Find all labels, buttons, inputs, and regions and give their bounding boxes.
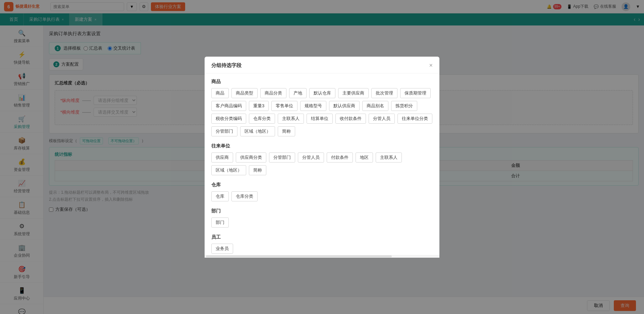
field-chips-counterparty: 供应商 供应商分类 分管部门 分管人员 付款条件 地区 主联系人 区域（地区） … (211, 152, 433, 175)
modal-title: 分组待选字段 (211, 62, 241, 69)
field-chip-default-warehouse[interactable]: 默认仓库 (309, 88, 335, 98)
field-chip-batch-mgmt[interactable]: 批次管理 (371, 88, 397, 98)
field-chip-region[interactable]: 区域（地区） (240, 126, 275, 136)
modal-scrollbar[interactable] (205, 255, 439, 258)
field-chips-department: 部门 (211, 217, 433, 228)
field-chips-employee: 业务员 (211, 244, 433, 254)
field-chips-goods: 商品 商品类型 商品分类 产地 默认仓库 主要供应商 批次管理 保质期管理 客户… (211, 88, 433, 136)
field-chips-warehouse: 仓库 仓库分类 (211, 191, 433, 201)
field-group-department-title: 部门 (211, 208, 433, 214)
modal-header: 分组待选字段 × (205, 57, 439, 73)
field-chip-cp-abbr[interactable]: 简称 (249, 165, 266, 175)
modal: 分组待选字段 × 商品 商品 商品类型 商品分类 产地 默认仓库 主要供应商 批… (205, 57, 439, 258)
field-chip-warehouse-category[interactable]: 仓库分类 (249, 114, 275, 124)
field-group-goods-title: 商品 (211, 79, 433, 85)
field-chip-warehouse-cat[interactable]: 仓库分类 (231, 191, 258, 201)
field-chip-warehouse[interactable]: 仓库 (211, 191, 229, 201)
modal-body: 商品 商品 商品类型 商品分类 产地 默认仓库 主要供应商 批次管理 保质期管理… (205, 73, 439, 255)
field-chip-manager[interactable]: 分管人员 (369, 114, 395, 124)
modal-close-button[interactable]: × (429, 62, 433, 69)
field-chip-origin[interactable]: 产地 (289, 88, 307, 98)
field-chip-goods-alias[interactable]: 商品别名 (362, 101, 388, 111)
field-chip-retail-unit[interactable]: 零售单位 (271, 101, 298, 111)
field-chip-customer-code[interactable]: 客户商品编码 (211, 101, 246, 111)
field-group-employee: 员工 业务员 (211, 234, 433, 254)
field-chip-cp-region[interactable]: 地区 (356, 152, 373, 163)
field-chip-spec-model[interactable]: 规格型号 (300, 101, 326, 111)
field-group-warehouse-title: 仓库 (211, 182, 433, 188)
field-group-counterparty-title: 往来单位 (211, 143, 433, 149)
field-group-employee-title: 员工 (211, 234, 433, 240)
field-chip-settlement-unit[interactable]: 结算单位 (307, 114, 333, 124)
field-group-warehouse: 仓库 仓库 仓库分类 (211, 182, 433, 201)
field-chip-pick-points[interactable]: 拣货积分 (391, 101, 417, 111)
field-group-department: 部门 部门 (211, 208, 433, 228)
field-chip-department[interactable]: 部门 (211, 217, 229, 228)
field-chip-goods[interactable]: 商品 (211, 88, 229, 98)
field-chip-cp-payment[interactable]: 付款条件 (327, 152, 353, 163)
field-chip-tax-code[interactable]: 税收分类编码 (211, 114, 246, 124)
field-chip-cp-area[interactable]: 区域（地区） (211, 165, 246, 175)
modal-overlay: 分组待选字段 × 商品 商品 商品类型 商品分类 产地 默认仓库 主要供应商 批… (0, 0, 644, 314)
field-chip-abbr[interactable]: 简称 (278, 126, 295, 136)
field-chip-cp-manager[interactable]: 分管人员 (298, 152, 324, 163)
field-chip-shelf-life[interactable]: 保质期管理 (400, 88, 431, 98)
field-chip-main-supplier[interactable]: 主要供应商 (338, 88, 369, 98)
field-group-counterparty: 往来单位 供应商 供应商分类 分管部门 分管人员 付款条件 地区 主联系人 区域… (211, 143, 433, 175)
field-chip-default-supplier[interactable]: 默认供应商 (329, 101, 360, 111)
field-chip-supplier-category[interactable]: 供应商分类 (236, 152, 266, 163)
field-chip-salesperson[interactable]: 业务员 (211, 244, 233, 254)
field-chip-dept[interactable]: 分管部门 (211, 126, 237, 136)
field-chip-payment-terms[interactable]: 收付款条件 (335, 114, 366, 124)
field-chip-cp-contact[interactable]: 主联系人 (376, 152, 402, 163)
field-chip-weight3[interactable]: 重量3 (249, 101, 269, 111)
field-chip-counterparty-category[interactable]: 往来单位分类 (397, 114, 432, 124)
field-group-goods: 商品 商品 商品类型 商品分类 产地 默认仓库 主要供应商 批次管理 保质期管理… (211, 79, 433, 136)
field-chip-goods-category[interactable]: 商品分类 (260, 88, 286, 98)
field-chip-main-contact[interactable]: 主联系人 (278, 114, 304, 124)
field-chip-supplier[interactable]: 供应商 (211, 152, 233, 163)
field-chip-cp-dept[interactable]: 分管部门 (269, 152, 295, 163)
field-chip-goods-type[interactable]: 商品类型 (231, 88, 258, 98)
